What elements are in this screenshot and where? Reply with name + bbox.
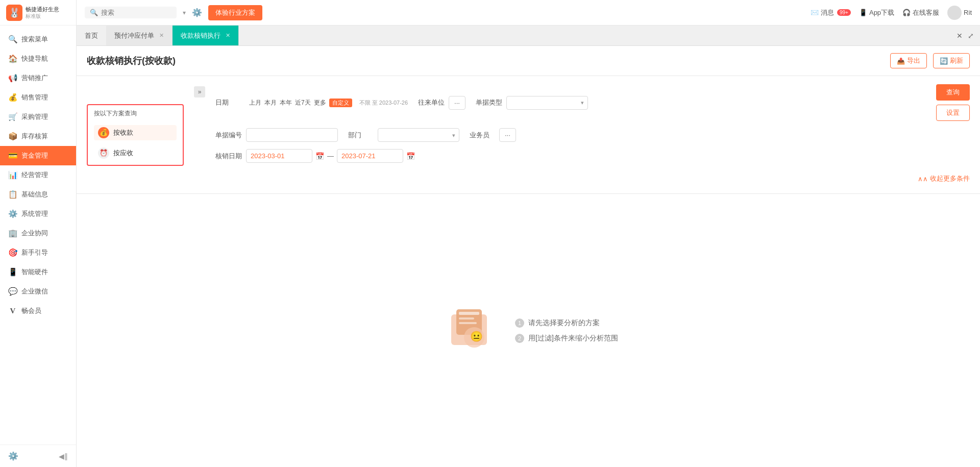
date-custom-tag: 自定义 [329, 99, 352, 107]
online-service-button[interactable]: 🎧 在线客服 [902, 8, 939, 17]
app-icon: 📱 [859, 9, 867, 16]
doc-number-input[interactable] [246, 128, 338, 142]
sidebar-item-operation[interactable]: 📊 经营管理 [0, 165, 76, 185]
verify-date-start-calendar-icon[interactable]: 📅 [315, 152, 324, 160]
collapse-more-button[interactable]: ∧∧ 收起更多条件 [215, 172, 970, 185]
empty-step-1: 1 请先选择要分析的方案 [515, 318, 618, 328]
sidebar-item-enterprise[interactable]: 🏢 企业协同 [0, 224, 76, 243]
verify-date-label: 核销日期 [215, 152, 242, 161]
tab-bar: 首页 预付冲应付单 ✕ 收款核销执行 ✕ ✕ ⤢ [77, 26, 980, 46]
page-title: 收款核销执行(按收款) [87, 55, 176, 67]
doc-type-field-group: 单据类型 [476, 96, 588, 110]
user-name: Rit [964, 9, 972, 16]
verify-date-end-calendar-icon[interactable]: 📅 [406, 152, 415, 160]
date-more[interactable]: 更多 [314, 99, 326, 107]
step-2-num: 2 [515, 334, 524, 343]
logo-icon: 🐰 [6, 5, 22, 21]
search-chevron-icon: ▾ [183, 9, 186, 16]
by-receivable-label: 按应收 [113, 149, 133, 158]
salesperson-input[interactable]: ··· [499, 128, 516, 142]
sidebar-item-guide[interactable]: 🎯 新手引导 [0, 243, 76, 262]
date-last-month[interactable]: 上月 [249, 99, 261, 107]
search-icon: 🔍 [90, 9, 98, 16]
date-shortcuts: 上月 本月 本年 近7天 更多 自定义 [249, 99, 352, 107]
member-icon: V [8, 307, 17, 315]
system-icon: ⚙️ [8, 209, 17, 218]
sidebar-item-sales[interactable]: 💰 销售管理 [0, 88, 76, 107]
sidebar-item-search-menu[interactable]: 🔍 搜索菜单 [0, 30, 76, 49]
hardware-icon: 📱 [8, 267, 17, 277]
tab-receipt-verify-label: 收款核销执行 [181, 31, 220, 40]
logo-text: 畅捷通好生意 标准版 [26, 6, 59, 19]
query-button[interactable]: 查询 [936, 84, 970, 101]
query-btn-area: 查询 设置 [936, 84, 970, 121]
service-icon: 🎧 [902, 9, 911, 16]
doc-type-select[interactable] [506, 96, 588, 110]
tab-close-all-icon[interactable]: ✕ [957, 32, 963, 40]
page-title-row: 收款核销执行(按收款) 📤 导出 🔄 刷新 [87, 53, 970, 68]
svg-rect-3 [459, 317, 474, 319]
step-2-text: 用[过滤]条件来缩小分析范围 [528, 334, 618, 343]
filter-collapse-button[interactable]: » [194, 86, 205, 97]
sidebar-item-funds[interactable]: 💳 资金管理 [0, 146, 76, 165]
date-note: 不限 至 2023-07-26 [359, 99, 408, 107]
verify-date-range: 📅 — 📅 [246, 149, 415, 163]
sidebar-nav: 🔍 搜索菜单 🏠 快捷导航 📢 营销推广 💰 销售管理 🛒 采购管理 📦 库存核… [0, 26, 76, 445]
counterparty-input[interactable]: ··· [449, 96, 465, 110]
app-download-button[interactable]: 📱 App下载 [859, 8, 894, 17]
export-button[interactable]: 📤 导出 [890, 53, 927, 68]
sidebar-item-inventory[interactable]: 📦 库存核算 [0, 127, 76, 146]
sidebar-item-purchase[interactable]: 🛒 采购管理 [0, 107, 76, 127]
search-menu-icon: 🔍 [8, 35, 17, 44]
verify-date-dash: — [327, 152, 334, 160]
sidebar-item-member[interactable]: V 畅会员 [0, 301, 76, 321]
tab-prepay-close-icon[interactable]: ✕ [159, 32, 164, 39]
department-select[interactable] [378, 128, 459, 142]
refresh-button[interactable]: 🔄 刷新 [933, 53, 970, 68]
filter-row-1: 按以下方案查询 💰 按收款 ⏰ 按应收 » [87, 84, 970, 185]
tab-receipt-verify[interactable]: 收款核销执行 ✕ [173, 26, 239, 45]
page-content: 收款核销执行(按收款) 📤 导出 🔄 刷新 [77, 46, 980, 467]
filter-section-title: 按以下方案查询 [94, 109, 177, 118]
sidebar-item-quick-nav[interactable]: 🏠 快捷导航 [0, 49, 76, 68]
tab-bar-right: ✕ ⤢ [957, 26, 980, 45]
main-content-wrapper: 收款核销执行(按收款) 📤 导出 🔄 刷新 [77, 46, 980, 467]
doc-type-label: 单据类型 [476, 98, 502, 107]
sidebar-collapse-button[interactable]: ◀‖ [59, 452, 68, 460]
verify-date-start-input[interactable] [246, 149, 312, 163]
user-profile-button[interactable]: Rit [947, 6, 972, 20]
industry-solution-button[interactable]: 体验行业方案 [208, 5, 262, 20]
set-button[interactable]: 设置 [936, 105, 970, 121]
date-field-group: 日期 上月 本月 本年 近7天 更多 自定义 不限 至 2023-07-26 [215, 98, 408, 107]
tab-home[interactable]: 首页 [77, 26, 106, 45]
refresh-icon: 🔄 [940, 57, 948, 65]
sidebar-item-system[interactable]: ⚙️ 系统管理 [0, 204, 76, 224]
doc-number-field-group: 单据编号 [215, 128, 338, 142]
topbar-search-box[interactable]: 🔍 [85, 7, 177, 18]
message-icon: ✉️ [811, 9, 819, 16]
verify-date-end-input[interactable] [337, 149, 403, 163]
sidebar-item-wechat[interactable]: 💬 企业微信 [0, 282, 76, 301]
search-input[interactable] [101, 9, 167, 16]
svg-rect-2 [459, 312, 479, 315]
department-field-group: 部门 [348, 128, 459, 142]
filter-option-by-receivable[interactable]: ⏰ 按应收 [94, 145, 177, 161]
messages-button[interactable]: ✉️ 消息 99+ [811, 8, 851, 17]
doc-number-label: 单据编号 [215, 131, 242, 140]
sidebar-gear-button[interactable]: ⚙️ [8, 451, 18, 461]
sidebar-item-hardware[interactable]: 📱 智能硬件 [0, 262, 76, 282]
messages-badge: 99+ [837, 9, 851, 16]
step-1-text: 请先选择要分析的方案 [528, 318, 600, 328]
date-this-month[interactable]: 本月 [264, 99, 277, 107]
topbar-gear-icon[interactable]: ⚙️ [192, 8, 202, 17]
wechat-icon: 💬 [8, 287, 17, 296]
tab-expand-icon[interactable]: ⤢ [968, 32, 974, 40]
date-this-year[interactable]: 本年 [280, 99, 292, 107]
sidebar-item-basic[interactable]: 📋 基础信息 [0, 185, 76, 204]
marketing-icon: 📢 [8, 73, 17, 83]
date-last-7-days[interactable]: 近7天 [295, 99, 311, 107]
sidebar-item-marketing[interactable]: 📢 营销推广 [0, 68, 76, 88]
tab-receipt-verify-close-icon[interactable]: ✕ [226, 32, 230, 39]
tab-prepay[interactable]: 预付冲应付单 ✕ [106, 26, 173, 45]
filter-option-by-receipt[interactable]: 💰 按收款 [94, 125, 177, 140]
